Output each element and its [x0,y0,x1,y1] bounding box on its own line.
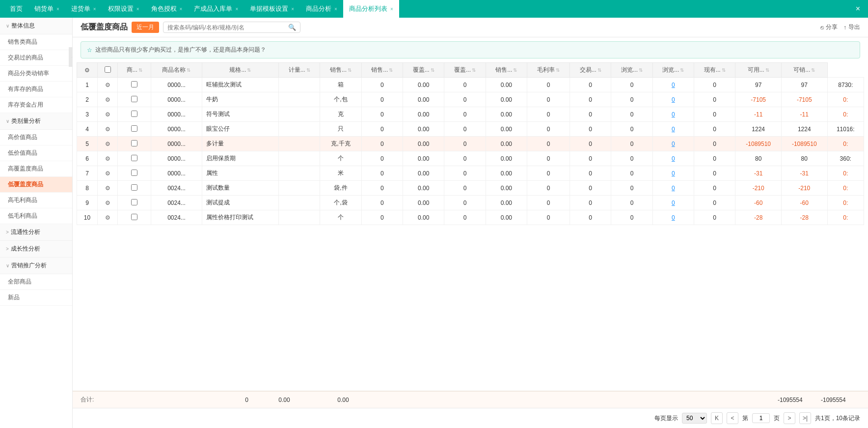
sidebar-item-sales-products[interactable]: 销售类商品 [0,34,72,50]
current-column-header[interactable]: 现有...⇅ [694,63,735,78]
close-icon[interactable]: × [136,6,139,12]
close-icon[interactable]: × [291,6,294,12]
close-icon[interactable]: × [180,6,183,12]
search-input[interactable] [167,24,288,31]
prev-page-button[interactable]: < [727,412,738,424]
coverage2-column-header[interactable]: 覆盖...⇅ [444,63,486,78]
row-browse1[interactable]: 0 [652,137,694,151]
last-page-button[interactable]: >| [799,412,811,424]
row-checkbox[interactable] [118,122,151,137]
sales-amt-column-header[interactable]: 销售...⇅ [361,63,403,78]
select-all-checkbox[interactable] [105,66,111,73]
nav-purchase-order[interactable]: 进货单 × [65,0,102,18]
row-coverage1: 0 [444,196,486,210]
share-button[interactable]: ⎋ 分享 [820,23,838,31]
sellable-column-header[interactable]: 可销...⇅ [781,63,827,78]
close-icon[interactable]: × [56,6,59,12]
row-browse1[interactable]: 0 [652,107,694,122]
sidebar-item-inventory-products[interactable]: 有库存的商品 [0,82,72,97]
sales-qty-column-header[interactable]: 销售...⇅ [320,63,361,78]
row-settings-icon[interactable]: ⚙ [97,78,117,92]
row-settings-icon[interactable]: ⚙ [97,196,117,210]
sidebar-section-circulation[interactable]: > 流通性分析 [0,224,72,241]
row-checkbox[interactable] [118,196,151,210]
close-icon[interactable]: × [235,6,238,12]
name-column-header[interactable]: 商品名称⇅ [151,63,202,78]
sales2-column-header[interactable]: 销售...⇅ [486,63,527,78]
sidebar-item-low-value[interactable]: 低价值商品 [0,145,72,161]
sidebar-section-overall[interactable]: ∨ 整体信息 [0,18,72,34]
row-checkbox[interactable] [118,107,151,122]
row-checkbox[interactable] [118,137,151,151]
first-page-button[interactable]: K [711,412,723,424]
time-filter-button[interactable]: 近一月 [132,22,159,33]
sidebar-item-all-products[interactable]: 全部商品 [0,274,72,290]
table-container[interactable]: ⚙ 商...⇅ 商品名称⇅ 规格...⇅ 计量...⇅ 销售...⇅ 销售...… [77,62,864,391]
browse1-column-header[interactable]: 浏览...⇅ [611,63,652,78]
row-checkbox[interactable] [118,210,151,225]
row-browse1[interactable]: 0 [652,181,694,196]
page-number-input[interactable] [752,413,770,423]
export-button[interactable]: ↑ 导出 [843,23,860,31]
row-browse1[interactable]: 0 [652,196,694,210]
nav-home[interactable]: 首页 [4,0,28,18]
chevron-right-icon: > [6,229,9,235]
sidebar-item-high-margin[interactable]: 高毛利商品 [0,193,72,208]
row-browse1[interactable]: 0 [652,92,694,107]
row-checkbox[interactable] [118,181,151,196]
sidebar-item-category-sales-rate[interactable]: 商品分类动销率 [0,66,72,82]
row-browse1[interactable]: 0 [652,122,694,137]
row-checkbox[interactable] [118,166,151,181]
nav-sales-order[interactable]: 销货单 × [28,0,65,18]
nav-permission-settings[interactable]: 权限设置 × [102,0,145,18]
close-icon[interactable]: × [334,6,337,12]
unit-column-header[interactable]: 计量...⇅ [279,63,320,78]
nav-role-auth[interactable]: 角色授权 × [145,0,189,18]
window-close-button[interactable]: × [852,4,864,13]
header-actions: ⎋ 分享 ↑ 导出 [820,23,860,31]
nav-product-analysis[interactable]: 商品分析 × [300,0,343,18]
row-checkbox[interactable] [118,78,151,92]
per-page-select[interactable]: 50 20 100 [682,413,707,424]
close-icon[interactable]: × [93,6,96,12]
sidebar-item-inventory-capital[interactable]: 库存资金占用 [0,97,72,113]
spec-column-header[interactable]: 规格...⇅ [202,63,278,78]
sidebar-section-marketing[interactable]: ∨ 营销推广分析 [0,257,72,274]
sidebar-item-traded-products[interactable]: 交易过的商品 [0,50,72,66]
trade-column-header[interactable]: 交易...⇅ [570,63,611,78]
browse2-column-header[interactable]: 浏览...⇅ [652,63,694,78]
code-column-header[interactable]: 商...⇅ [118,63,151,78]
checkbox-column-header[interactable] [97,63,117,78]
row-settings-icon[interactable]: ⚙ [97,137,117,151]
close-icon[interactable]: × [390,6,393,12]
nav-product-storage[interactable]: 产成品入库单 × [188,0,244,18]
nav-product-analysis-list[interactable]: 商品分析列表 × [343,0,399,18]
sidebar-collapse-button[interactable]: « [69,47,73,67]
sidebar-item-low-margin[interactable]: 低毛利商品 [0,208,72,224]
available-column-header[interactable]: 可用...⇅ [735,63,782,78]
row-checkbox[interactable] [118,151,151,166]
sidebar-item-high-coverage[interactable]: 高覆盖度商品 [0,161,72,177]
settings-column-header[interactable]: ⚙ [77,63,98,78]
sidebar-section-growth[interactable]: > 成长性分析 [0,241,72,257]
row-browse1[interactable]: 0 [652,166,694,181]
sidebar-item-low-coverage[interactable]: 低覆盖度商品 [0,177,72,193]
coverage1-column-header[interactable]: 覆盖...⇅ [403,63,444,78]
gross-rate-column-header[interactable]: 毛利率⇅ [527,63,570,78]
sidebar-section-category[interactable]: ∨ 类别量分析 [0,113,72,130]
row-settings-icon[interactable]: ⚙ [97,210,117,225]
next-page-button[interactable]: > [784,412,795,424]
nav-template-settings[interactable]: 单据模板设置 × [244,0,300,18]
row-settings-icon[interactable]: ⚙ [97,151,117,166]
row-settings-icon[interactable]: ⚙ [97,92,117,107]
row-settings-icon[interactable]: ⚙ [97,181,117,196]
row-browse1[interactable]: 0 [652,151,694,166]
sidebar-item-new-products[interactable]: 新品 [0,290,72,306]
row-browse1[interactable]: 0 [652,78,694,92]
row-browse1[interactable]: 0 [652,210,694,225]
row-settings-icon[interactable]: ⚙ [97,122,117,137]
row-checkbox[interactable] [118,92,151,107]
row-settings-icon[interactable]: ⚙ [97,107,117,122]
row-settings-icon[interactable]: ⚙ [97,166,117,181]
sidebar-item-high-value[interactable]: 高价值商品 [0,130,72,145]
